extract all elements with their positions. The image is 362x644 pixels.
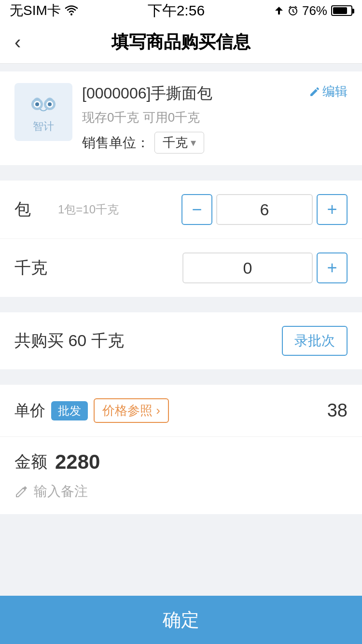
summary-row: 共购买 60 千克 录批次 xyxy=(0,312,362,369)
battery-icon xyxy=(331,5,352,16)
kg-label: 千克 xyxy=(14,257,53,279)
status-left: 无SIM卡 xyxy=(10,1,78,20)
battery-percent: 76% xyxy=(302,3,327,18)
unit-label: 销售单位： xyxy=(82,134,150,152)
confirm-button[interactable]: 确定 xyxy=(163,608,199,632)
amount-value: 2280 xyxy=(55,450,100,474)
amount-row: 金额 2280 xyxy=(14,450,348,474)
status-right: 76% xyxy=(274,3,352,18)
product-unit: 销售单位： 千克 ▾ xyxy=(82,132,348,154)
bao-quantity-control: − + xyxy=(181,194,348,225)
page-title: 填写商品购买信息 xyxy=(111,30,251,54)
amount-label: 金额 xyxy=(14,451,47,473)
summary-text: 共购买 60 千克 xyxy=(14,330,124,352)
kg-quantity-input[interactable] xyxy=(182,252,313,283)
batch-button[interactable]: 录批次 xyxy=(282,326,348,356)
spacer-3 xyxy=(0,377,362,385)
svg-point-11 xyxy=(48,102,52,106)
price-label: 单价 xyxy=(14,400,45,421)
content-area: 智计 [0000006]手撕面包 现存0千克 可用0千克 销售单位： 千克 ▾ … xyxy=(0,64,362,644)
edit-icon xyxy=(309,86,320,98)
edit-label: 编辑 xyxy=(322,83,348,100)
svg-point-0 xyxy=(70,14,72,15)
product-info: [0000006]手撕面包 现存0千克 可用0千克 销售单位： 千克 ▾ xyxy=(82,83,348,154)
bao-plus-button[interactable]: + xyxy=(317,194,348,225)
price-section: 单价 批发 价格参照 › 38 金额 2280 输入备注 xyxy=(0,385,362,514)
amount-section: 金额 2280 输入备注 xyxy=(0,437,362,514)
edit-button[interactable]: 编辑 xyxy=(309,83,348,100)
alarm-icon xyxy=(288,5,298,16)
product-stock: 现存0千克 可用0千克 xyxy=(82,109,348,126)
bao-label: 包 xyxy=(14,198,53,221)
price-value: 38 xyxy=(327,400,348,421)
product-name: [0000006]手撕面包 xyxy=(82,83,348,104)
wifi-icon xyxy=(65,5,78,16)
img-label: 智计 xyxy=(33,119,54,134)
status-bar: 无SIM卡 下午2:56 76% xyxy=(0,0,362,21)
bao-sublabel: 1包=10千克 xyxy=(58,202,181,217)
unit-arrow: ▾ xyxy=(191,137,196,149)
bao-minus-button[interactable]: − xyxy=(181,194,212,225)
note-row[interactable]: 输入备注 xyxy=(14,482,348,501)
bao-quantity-input[interactable] xyxy=(216,194,313,225)
note-placeholder: 输入备注 xyxy=(34,482,88,501)
nav-bar: ‹ 填写商品购买信息 xyxy=(0,21,362,64)
bao-row: 包 1包=10千克 − + xyxy=(0,181,362,239)
spacer-1 xyxy=(0,173,362,181)
price-ref-button[interactable]: 价格参照 › xyxy=(94,398,169,423)
unit-selector[interactable]: 千克 ▾ xyxy=(154,132,204,154)
spacer-top xyxy=(0,64,362,71)
kg-quantity-control: + xyxy=(182,252,348,283)
kg-plus-button[interactable]: + xyxy=(317,252,348,283)
owl-logo xyxy=(27,91,60,117)
price-tag: 批发 xyxy=(51,401,88,420)
unit-value: 千克 xyxy=(163,134,188,151)
pencil-icon xyxy=(14,484,29,499)
product-image: 智计 xyxy=(14,83,72,141)
svg-line-3 xyxy=(293,12,294,13)
price-ref-label: 价格参照 › xyxy=(102,402,160,419)
kg-row: 千克 + xyxy=(0,239,362,297)
location-icon xyxy=(274,6,284,15)
carrier-label: 无SIM卡 xyxy=(10,1,61,20)
svg-point-10 xyxy=(35,102,39,106)
back-button[interactable]: ‹ xyxy=(10,27,26,58)
input-section: 包 1包=10千克 − + 千克 + xyxy=(0,181,362,297)
status-time: 下午2:56 xyxy=(148,1,205,21)
confirm-bar[interactable]: 确定 xyxy=(0,596,362,644)
spacer-2 xyxy=(0,305,362,312)
price-row: 单价 批发 价格参照 › 38 xyxy=(0,385,362,437)
product-card: 智计 [0000006]手撕面包 现存0千克 可用0千克 销售单位： 千克 ▾ … xyxy=(0,71,362,165)
